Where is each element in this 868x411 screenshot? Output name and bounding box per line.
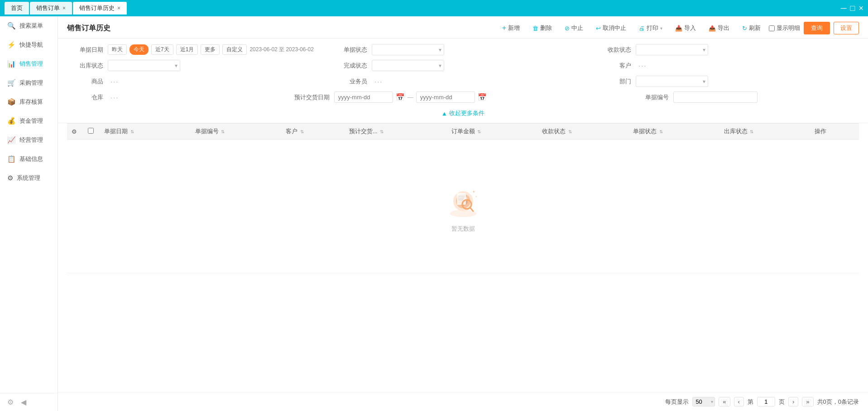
page-header: 销售订单历史 + 新增 🗑 删除 ⊘ 中止 ↩ 取消中止	[58, 16, 868, 39]
tab-sales-order-close[interactable]: ×	[62, 5, 66, 11]
window-maximize[interactable]: □	[850, 4, 855, 13]
th-expected-delivery-sort-icon[interactable]: ⇅	[380, 129, 384, 134]
sidebar-item-quick-nav[interactable]: ⚡ 快捷导航	[0, 35, 58, 54]
th-delivery-status-label: 出库状态	[724, 128, 748, 135]
sidebar-item-operations[interactable]: 📈 经营管理	[0, 131, 58, 150]
collapse-up-icon: ▲	[441, 110, 447, 117]
sidebar-item-sales-mgmt-label: 销售管理	[19, 60, 43, 68]
date-today-btn[interactable]: 今天	[129, 44, 149, 55]
sales-mgmt-icon: 📊	[7, 60, 16, 68]
export-button[interactable]: 📤 导出	[704, 22, 734, 34]
warehouse-more-btn[interactable]: ···	[108, 93, 122, 101]
th-amount-sort-icon[interactable]: ⇅	[477, 129, 481, 134]
tab-sales-history-label: 销售订单历史	[79, 4, 115, 12]
payment-status-select[interactable]	[636, 44, 708, 55]
department-label: 部门	[595, 77, 636, 86]
th-delivery-status-sort-icon[interactable]: ⇅	[750, 129, 753, 134]
sidebar-item-finance[interactable]: 💰 资金管理	[0, 111, 58, 131]
tab-home[interactable]: 首页	[5, 2, 29, 15]
first-page-btn[interactable]: «	[719, 397, 730, 406]
date-more-btn[interactable]: 更多	[201, 44, 220, 55]
sidebar-item-basic-info[interactable]: 📋 基础信息	[0, 150, 58, 169]
select-all-checkbox[interactable]	[88, 128, 94, 134]
query-button[interactable]: 查询	[804, 22, 830, 34]
export-label: 导出	[718, 24, 729, 32]
delivery-date-to-calendar-icon[interactable]: 📅	[478, 93, 487, 102]
th-order-status-sort-icon[interactable]: ⇅	[659, 129, 663, 134]
last-page-btn[interactable]: »	[802, 397, 813, 406]
completion-status-select[interactable]	[372, 60, 444, 71]
settings-button[interactable]: 设置	[834, 22, 859, 34]
salesperson-more-btn[interactable]: ···	[372, 77, 386, 85]
sidebar-item-sales-mgmt[interactable]: 📊 销售管理	[0, 54, 58, 73]
delete-button[interactable]: 🗑 删除	[528, 22, 556, 34]
delivery-date-group: 📅 — 📅	[334, 92, 487, 103]
delivery-date-from[interactable]	[334, 92, 393, 103]
empty-text: 暂无数据	[451, 225, 475, 233]
page-title: 销售订单历史	[67, 24, 110, 33]
per-page-select[interactable]: 50 10 20 100	[692, 397, 715, 406]
display-toggle-checkbox[interactable]	[769, 25, 775, 31]
date-filter-label: 单据日期	[67, 46, 108, 54]
window-close[interactable]: ×	[858, 4, 863, 13]
per-page-label: 每页显示	[665, 398, 689, 406]
th-order-status: 单据状态 ⇅	[628, 124, 719, 140]
date-custom-btn[interactable]: 自定义	[222, 44, 247, 55]
tab-sales-history-close[interactable]: ×	[117, 5, 120, 11]
new-icon: +	[502, 24, 506, 32]
delivery-date-to[interactable]	[416, 92, 475, 103]
sidebar-item-inventory[interactable]: 📦 库存核算	[0, 92, 58, 111]
date-yesterday-btn[interactable]: 昨天	[108, 44, 127, 55]
next-page-btn[interactable]: ›	[788, 397, 798, 406]
th-customer-sort-icon[interactable]: ⇅	[300, 129, 304, 134]
print-button[interactable]: 🖨 打印 ▾	[634, 22, 667, 34]
th-operation-label: 操作	[815, 128, 826, 135]
prev-page-btn[interactable]: ‹	[734, 397, 744, 406]
filter-area: 单据日期 昨天 今天 近7天 近1月 更多 自定义 2023-06-02 至 2…	[58, 39, 868, 123]
date-7days-btn[interactable]: 近7天	[151, 44, 173, 55]
sidebar-settings-icon[interactable]: ⚙	[7, 398, 14, 406]
cancel-stop-label: 取消中止	[603, 24, 626, 32]
tab-sales-order[interactable]: 销售订单 ×	[30, 2, 72, 15]
stop-button[interactable]: ⊘ 中止	[560, 22, 588, 34]
sidebar-item-purchase-mgmt[interactable]: 🛒 采购管理	[0, 73, 58, 92]
cancel-stop-button[interactable]: ↩ 取消中止	[591, 22, 631, 34]
empty-illustration: ✦ ✦	[441, 179, 486, 225]
import-button[interactable]: 📥 导入	[671, 22, 700, 34]
print-dropdown-icon: ▾	[660, 26, 662, 31]
th-payment-status-sort-icon[interactable]: ⇅	[568, 129, 572, 134]
window-minimize[interactable]: ─	[841, 4, 847, 13]
sidebar-collapse-icon[interactable]: ◀	[21, 398, 26, 406]
tab-sales-history[interactable]: 销售订单历史 ×	[73, 2, 127, 15]
th-number-sort-icon[interactable]: ⇅	[221, 129, 225, 134]
new-button[interactable]: + 新增	[498, 22, 524, 34]
date-filter: 昨天 今天 近7天 近1月 更多 自定义 2023-06-02 至 2023-0…	[108, 44, 314, 55]
import-label: 导入	[684, 24, 696, 32]
customer-more-btn[interactable]: ···	[636, 62, 650, 69]
display-toggle-label: 显示明细	[777, 24, 800, 32]
sidebar-item-search-menu[interactable]: 🔍 搜索菜单	[0, 16, 58, 35]
goods-more-btn[interactable]: ···	[108, 77, 122, 85]
refresh-button[interactable]: ↻ 刷新	[738, 22, 765, 34]
page-input[interactable]	[757, 397, 775, 406]
table-checkbox-th[interactable]	[83, 124, 100, 140]
empty-state: ✦ ✦ 暂无数据	[72, 143, 854, 269]
completion-status-wrapper	[372, 60, 444, 71]
department-select[interactable]	[636, 76, 708, 87]
collapse-btn[interactable]: ▲ 收起更多条件	[441, 109, 484, 117]
table-settings-th[interactable]: ⚙	[67, 124, 83, 140]
delivery-date-from-calendar-icon[interactable]: 📅	[396, 93, 405, 102]
th-order-status-label: 单据状态	[633, 128, 657, 135]
sidebar-item-system-mgmt[interactable]: ⚙ 系统管理	[0, 169, 58, 188]
sidebar-item-basic-info-label: 基础信息	[19, 155, 43, 163]
th-number: 单据编号 ⇅	[191, 124, 282, 140]
top-bar-actions: ─ □ ×	[841, 4, 863, 13]
order-status-select[interactable]	[372, 44, 444, 55]
delivery-status-select[interactable]	[108, 60, 180, 71]
order-no-input[interactable]	[673, 92, 758, 103]
quick-nav-icon: ⚡	[7, 41, 16, 49]
inventory-icon: 📦	[7, 98, 16, 106]
th-date-sort-icon[interactable]: ⇅	[130, 129, 134, 134]
date-1month-btn[interactable]: 近1月	[176, 44, 198, 55]
department-wrapper	[636, 76, 708, 87]
